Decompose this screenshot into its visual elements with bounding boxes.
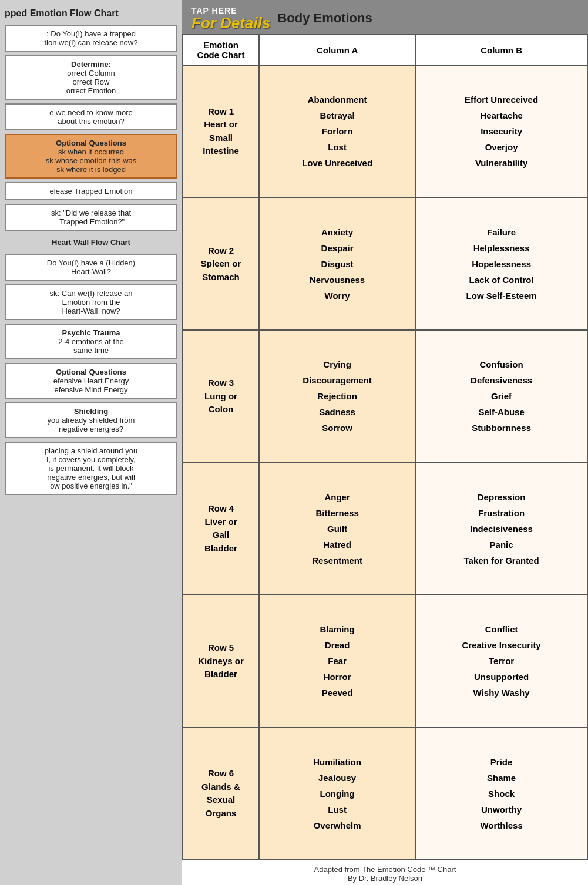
optional-q2-bold: Optional Questions (56, 368, 126, 376)
determine-text: orrect Columnorrect Roworrect Emotion (66, 69, 116, 95)
for-details-text: For Details (191, 15, 270, 31)
psychic-trauma-text: 2-4 emotions at thesame time (58, 337, 123, 355)
ask-release-text: sk: "Did we release that Trapped Emotion… (51, 208, 131, 226)
table-row: Row 1Heart orSmallIntestine AbandonmentB… (183, 65, 587, 198)
row3-col-b: ConfusionDefensivenessGriefSelf-AbuseStu… (415, 330, 587, 463)
row4-col-b: DepressionFrustrationIndecisivenessPanic… (415, 463, 587, 595)
col-header-label-text: EmotionCode Chart (197, 40, 245, 60)
footer-line1: Adapted from The Emotion Code ™ Chart (182, 865, 588, 874)
row2-label: Row 2Spleen orStomach (183, 198, 259, 331)
row1-label: Row 1Heart orSmallIntestine (183, 65, 259, 198)
know-more-text: e we need to know moreabout this emotion… (49, 108, 133, 126)
row6-col-a: HumiliationJealousyLongingLustOverwhelm (259, 728, 415, 860)
table-row: Row 2Spleen orStomach AnxietyDespairDisg… (183, 198, 587, 331)
emotion-table: EmotionCode Chart Column A Column B Row … (182, 34, 588, 860)
psychic-trauma-box[interactable]: Psychic Trauma 2-4 emotions at thesame t… (5, 324, 177, 359)
row2-col-a: AnxietyDespairDisgustNervousnessWorry (259, 198, 415, 331)
col-header-b: Column B (415, 35, 587, 65)
question1-box[interactable]: : Do You(I) have a trappedtion we(I) can… (5, 25, 177, 52)
release-box[interactable]: elease Trapped Emotion (5, 182, 177, 200)
row1-col-b: Effort UnreceivedHeartacheInsecurityOver… (415, 65, 587, 198)
row6-label: Row 6Glands &SexualOrgans (183, 728, 259, 860)
footer-line2: By Dr. Bradley Nelson (182, 874, 588, 883)
determine-box[interactable]: Determine: orrect Columnorrect Roworrect… (5, 55, 177, 100)
table-header-row: EmotionCode Chart Column A Column B (183, 35, 587, 65)
left-panel-title: pped Emotion Flow Chart (5, 6, 177, 21)
header[interactable]: TAP HERE For Details Body Emotions (182, 0, 588, 34)
heart-wall-q1-box[interactable]: Do You(I) have a (Hidden)Heart-Wall? (5, 254, 177, 281)
optional-q-text: sk when it occurredsk whose emotion this… (46, 147, 137, 174)
shielding-desc-box[interactable]: placing a shield around youl, it covers … (5, 442, 177, 495)
optional-questions-box[interactable]: Optional Questions sk when it occurredsk… (5, 134, 177, 179)
row3-label: Row 3Lung orColon (183, 330, 259, 463)
row1-col-a: AbandonmentBetrayalForlornLostLove Unrec… (259, 65, 415, 198)
know-more-box[interactable]: e we need to know moreabout this emotion… (5, 103, 177, 130)
optional-q-bold: Optional Questions (56, 139, 126, 147)
right-panel: TAP HERE For Details Body Emotions Emoti… (182, 0, 588, 885)
heart-wall-q2-box[interactable]: sk: Can we(I) release anEmotion from the… (5, 284, 177, 320)
col-a-header-text: Column A (317, 45, 358, 55)
determine-bold: Determine: (71, 60, 111, 69)
row5-col-b: ConflictCreative InsecurityTerrorUnsuppo… (415, 595, 587, 728)
row2-col-b: FailureHelplessnessHopelessnessLack of C… (415, 198, 587, 331)
left-panel: pped Emotion Flow Chart : Do You(I) have… (0, 0, 182, 885)
header-title: Body Emotions (277, 11, 372, 26)
optional-q2-text: efensive Heart Energyefensive Mind Energ… (53, 376, 129, 394)
row3-col-a: CryingDiscouragementRejectionSadnessSorr… (259, 330, 415, 463)
question1-text: : Do You(I) have a trappedtion we(I) can… (45, 29, 138, 47)
psychic-trauma-bold: Psychic Trauma (62, 328, 120, 337)
row6-col-b: PrideShameShockUnworthyWorthless (415, 728, 587, 860)
col-header-a: Column A (259, 35, 415, 65)
row4-label: Row 4Liver orGallBladder (183, 463, 259, 595)
table-row: Row 6Glands &SexualOrgans HumiliationJea… (183, 728, 587, 860)
shielding-text: you already shielded fromnegative energi… (48, 416, 135, 433)
shielding-bold: Shielding (74, 407, 109, 416)
col-b-header-text: Column B (481, 45, 522, 55)
col-header-label: EmotionCode Chart (183, 35, 259, 65)
row5-col-a: BlamingDreadFearHorrorPeeved (259, 595, 415, 728)
heart-wall-title-box: Heart Wall Flow Chart (5, 234, 177, 250)
table-row: Row 3Lung orColon CryingDiscouragementRe… (183, 330, 587, 463)
row4-col-a: AngerBitternessGuiltHatredResentment (259, 463, 415, 595)
row5-label: Row 5Kidneys orBladder (183, 595, 259, 728)
ask-release-box[interactable]: sk: "Did we release that Trapped Emotion… (5, 204, 177, 231)
shielding-desc-text: placing a shield around youl, it covers … (45, 446, 137, 490)
tap-here-block[interactable]: TAP HERE For Details (191, 6, 270, 31)
table-footer: Adapted from The Emotion Code ™ Chart By… (182, 860, 588, 885)
heart-wall-q2-text: sk: Can we(I) release anEmotion from the… (50, 289, 133, 315)
heart-wall-title-text: Heart Wall Flow Chart (52, 238, 130, 247)
table-row: Row 5Kidneys orBladder BlamingDreadFearH… (183, 595, 587, 728)
table-row: Row 4Liver orGallBladder AngerBitterness… (183, 463, 587, 595)
release-text: elease Trapped Emotion (50, 187, 133, 196)
optional-questions-2-box[interactable]: Optional Questions efensive Heart Energy… (5, 363, 177, 399)
heart-wall-q1-text: Do You(I) have a (Hidden)Heart-Wall? (47, 258, 135, 276)
shielding-box[interactable]: Shielding you already shielded fromnegat… (5, 402, 177, 438)
